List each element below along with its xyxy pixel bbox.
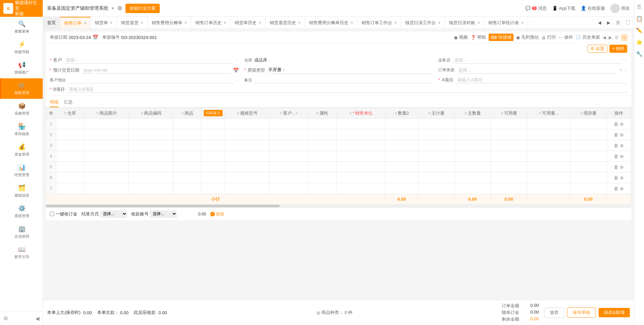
row-2-unit[interactable] — [336, 129, 385, 140]
col-image[interactable]: ⇅商品图片 — [84, 108, 128, 119]
row-1-attr[interactable] — [308, 119, 336, 129]
tab-close-3-icon[interactable]: ✕ — [141, 21, 143, 25]
right-panel-icon-2[interactable]: 📋 — [635, 14, 644, 23]
sidebar-item-marketing[interactable]: 📢 营销推广 — [0, 58, 43, 78]
tab-close-5-icon[interactable]: ✕ — [224, 21, 226, 25]
save-draft-button[interactable]: 保存草稿 — [567, 308, 596, 318]
col-avail[interactable]: ⇅可用量 — [491, 108, 527, 119]
print-action[interactable]: 🖨 打印 — [541, 34, 556, 40]
settings-icon[interactable]: ⚙ — [117, 5, 122, 11]
account-more-icon[interactable]: ··· — [178, 211, 182, 216]
row-2-code[interactable] — [129, 129, 173, 140]
account-select[interactable]: 选择... — [150, 210, 177, 217]
tab-sales-return[interactable]: 销货退货 ✕ — [117, 17, 148, 29]
tab-menu-icon[interactable]: ☰ — [614, 17, 622, 29]
col-avail2[interactable]: ⇅可用量... — [527, 108, 570, 119]
online-service-item[interactable]: 👤 在线客服 — [581, 5, 605, 11]
quick-settle-input[interactable] — [50, 212, 54, 216]
col-main-unit[interactable]: ⇅主计量 — [418, 108, 454, 119]
row-6-copy-icon[interactable]: ⊕ — [620, 175, 624, 180]
tab-return-history[interactable]: 销货退货历史 ✕ — [266, 17, 305, 29]
row-5-copy-icon[interactable]: ⊕ — [620, 164, 624, 170]
tab-sales-order-history[interactable]: 销售订单历史 ✕ — [191, 17, 231, 29]
quick-settle-checkbox[interactable]: 一键收订金 — [50, 211, 77, 217]
ops-action[interactable]: ⋯ 操作 — [559, 34, 573, 40]
sidebar-item-enterprise[interactable]: 🏢 企业协同 — [0, 222, 43, 242]
settle-method-select[interactable]: 选择... — [100, 210, 127, 217]
col-product[interactable]: ⇅商品 — [173, 108, 201, 119]
tab-home[interactable]: 首页 — [43, 17, 60, 29]
row-2-spec[interactable] — [225, 129, 269, 140]
sidebar-item-purchase[interactable]: 📦 采购管理 — [0, 99, 43, 119]
row-3-copy-icon[interactable]: ⊕ — [620, 143, 624, 148]
row-1-mqty[interactable] — [454, 119, 491, 129]
a-project-input[interactable] — [455, 77, 627, 83]
nav-arrow-right[interactable]: ▶ — [609, 35, 612, 40]
salesperson-more-icon[interactable]: ··· — [623, 58, 627, 63]
right-panel-icon-3[interactable]: ✏️ — [635, 26, 644, 35]
right-panel-icon-1[interactable]: 🗓 — [635, 3, 643, 11]
help-action[interactable]: ❓ 帮助 — [470, 34, 486, 40]
col-main-qty[interactable]: ⇅主数量 — [454, 108, 491, 119]
order-source-input[interactable] — [456, 67, 618, 74]
row-2-mqty[interactable] — [454, 129, 491, 140]
customer-input[interactable] — [64, 57, 233, 64]
sidebar-item-inventory[interactable]: 🏪 库存核算 — [0, 119, 43, 140]
row-7-delete-icon[interactable]: 🗑 — [614, 186, 618, 191]
message-icon-item[interactable]: 💬 9 消息 — [525, 5, 547, 11]
row-4-copy-icon[interactable]: ⊕ — [620, 154, 624, 159]
industry-btn[interactable]: 体验行业方案 — [125, 4, 160, 13]
row-1-delete-icon[interactable]: 🗑 — [614, 121, 618, 127]
tab-close-9-icon[interactable]: ✕ — [394, 21, 397, 25]
row-2-cref[interactable] — [269, 129, 308, 140]
sidebar-item-search[interactable]: 🔍 搜索菜单 — [0, 17, 43, 37]
warehouse-more-icon[interactable]: ··· — [269, 58, 273, 63]
col-spec[interactable]: ⇅规格型号 — [225, 108, 269, 119]
col-stock[interactable]: ⇅现存量 — [570, 108, 607, 119]
tab-order-workbench[interactable]: 销售订单工作台 ✕ — [357, 17, 401, 29]
sidebar-item-operation[interactable]: 📊 经营管理 — [0, 160, 43, 181]
tab-close-12-icon[interactable]: ✕ — [521, 21, 524, 25]
nav-arrow-left[interactable]: ◀ — [603, 35, 606, 40]
shortcut-action[interactable]: ⌨ 快捷键 — [489, 34, 514, 41]
delivery-calendar-icon[interactable]: 📅 — [233, 68, 239, 73]
collapse-icon[interactable]: ◀ — [35, 315, 39, 322]
sidebar-item-sales[interactable]: 🛒 销售管理 — [0, 78, 43, 99]
row-1-product[interactable] — [173, 119, 201, 129]
row-1-cref[interactable] — [269, 119, 308, 129]
salesperson-input[interactable] — [452, 57, 621, 64]
tab-cash-reconcile[interactable]: 钱货日清对账 ✕ — [445, 17, 484, 29]
tab-sales-shipment[interactable]: 销货单 ✕ — [91, 17, 117, 29]
col-unit[interactable]: ⇅*销售单位 — [336, 108, 385, 119]
sidebar-item-finance[interactable]: 💰 资金管理 — [0, 140, 43, 160]
save-new-button[interactable]: 保存&新增 — [599, 308, 630, 317]
add-link[interactable]: + 添加 — [210, 211, 224, 217]
tab-close-4-icon[interactable]: ✕ — [184, 21, 187, 25]
row-2-copy-icon[interactable]: ⊕ — [620, 132, 624, 137]
date-calendar-icon[interactable]: 📅 — [92, 35, 98, 40]
profit-action[interactable]: ◉ 毛利预估 — [516, 34, 539, 40]
settings-button[interactable]: ⚙ 设置 — [588, 45, 607, 53]
scan-btn[interactable]: 扫码录入 — [204, 110, 223, 116]
row-4-warehouse[interactable] — [56, 151, 84, 162]
row-5-warehouse[interactable] — [56, 162, 84, 172]
add-product-button[interactable]: + 物料 — [609, 45, 627, 53]
row-2-attr[interactable] — [308, 129, 336, 140]
sidebar-item-quick[interactable]: ⚡ 快捷导航 — [0, 37, 43, 58]
discard-button[interactable]: 放弃 — [544, 308, 564, 318]
sidebar-item-system[interactable]: ⚙️ 系统管理 — [0, 201, 43, 222]
sidebar-item-guide[interactable]: 📖 新手引导 — [0, 242, 43, 263]
dropdown-arrow-icon[interactable]: ▾ — [112, 6, 114, 11]
tab-prev-icon[interactable]: ◀ — [596, 17, 604, 29]
row-2-product[interactable] — [173, 129, 201, 140]
tab-sales-order[interactable]: 销售订单 ✕ — [60, 17, 91, 29]
col-attr[interactable]: ⇅属性 — [308, 108, 336, 119]
tab-fullscreen-icon[interactable]: ⛶ — [624, 17, 633, 29]
row-2-warehouse[interactable] — [56, 129, 84, 140]
row-6-delete-icon[interactable]: 🗑 — [614, 175, 618, 180]
col-settings[interactable]: ⚙ — [46, 108, 56, 119]
col-qty2[interactable]: ⇅数量2 — [385, 108, 418, 119]
tab-sales-stats[interactable]: 销售订单统计表 ✕ — [484, 17, 528, 29]
user-avatar-item[interactable]: 用友 — [610, 4, 630, 13]
row-1-qty2[interactable] — [385, 119, 418, 129]
